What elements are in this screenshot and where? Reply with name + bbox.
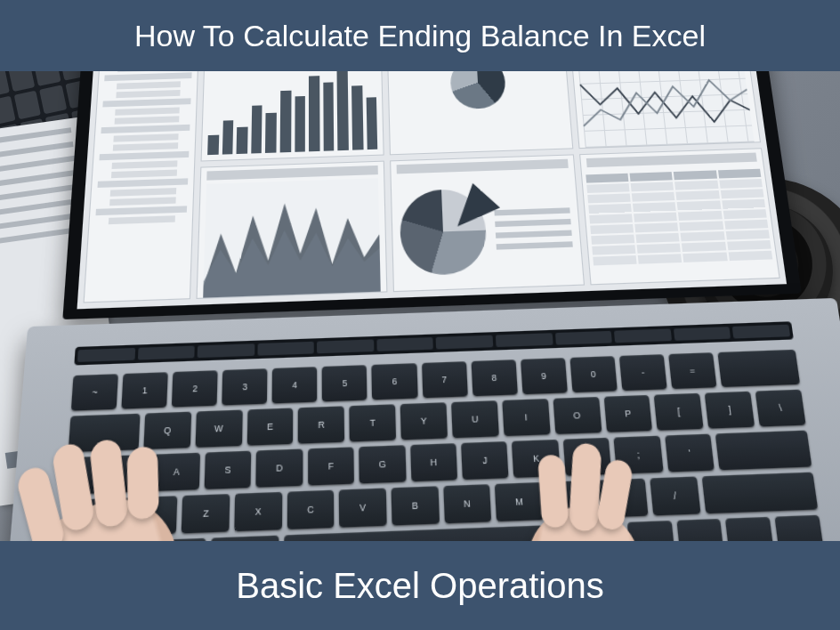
photo-scene: ~123 4567 890- = QWE RTYU IOP[ ]\ ASD FG… [0, 71, 840, 541]
laptop-screen-frame [62, 71, 802, 319]
subtitle-text: Basic Excel Operations [236, 566, 604, 606]
title-banner-bottom: Basic Excel Operations [0, 541, 840, 630]
data-table-panel [579, 148, 780, 285]
bar-chart-panel [201, 71, 384, 161]
dashboard-screen [77, 71, 788, 309]
side-tree-panel [84, 71, 199, 303]
line-network-panel [569, 71, 761, 149]
title-text: How To Calculate Ending Balance In Excel [134, 19, 706, 53]
title-banner-top: How To Calculate Ending Balance In Excel [0, 0, 840, 71]
pie-chart-icon [449, 71, 506, 109]
small-pie-panel [387, 71, 573, 155]
laptop: ~123 4567 890- = QWE RTYU IOP[ ]\ ASD FG… [0, 71, 840, 541]
area-chart-panel [196, 161, 387, 299]
laptop-keyboard-deck: ~123 4567 890- = QWE RTYU IOP[ ]\ ASD FG… [1, 298, 840, 541]
keyboard: ~123 4567 890- = QWE RTYU IOP[ ]\ ASD FG… [60, 350, 824, 541]
big-pie-panel [390, 154, 584, 292]
pie-chart-icon [400, 189, 489, 277]
